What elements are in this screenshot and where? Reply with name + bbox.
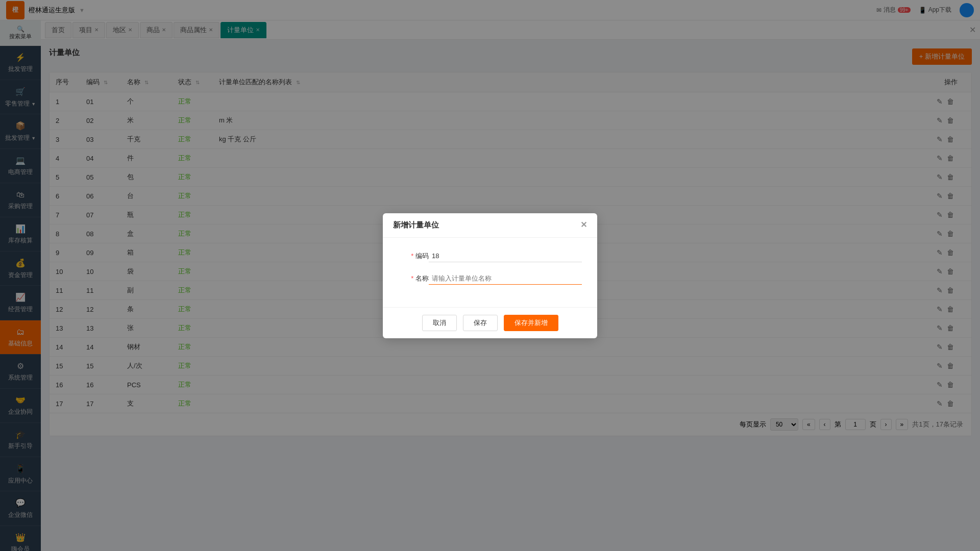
cancel-button[interactable]: 取消 [422,315,457,331]
name-label: 名称 [398,274,429,283]
name-input[interactable] [429,272,582,285]
modal-body: 编码 名称 [383,238,597,307]
form-row-name: 名称 [398,272,582,285]
modal-close-btn[interactable]: ✕ [580,221,587,229]
code-label: 编码 [398,252,429,261]
modal-title: 新增计量单位 [393,220,439,230]
save-button[interactable]: 保存 [463,315,498,331]
code-input[interactable] [429,250,582,262]
form-row-code: 编码 [398,250,582,262]
save-and-new-button[interactable]: 保存并新增 [504,315,558,331]
modal-overlay: 新增计量单位 ✕ 编码 名称 取消 保存 保存并新增 [0,0,980,551]
add-unit-modal: 新增计量单位 ✕ 编码 名称 取消 保存 保存并新增 [383,213,597,338]
modal-footer: 取消 保存 保存并新增 [383,307,597,338]
modal-header: 新增计量单位 ✕ [383,213,597,238]
